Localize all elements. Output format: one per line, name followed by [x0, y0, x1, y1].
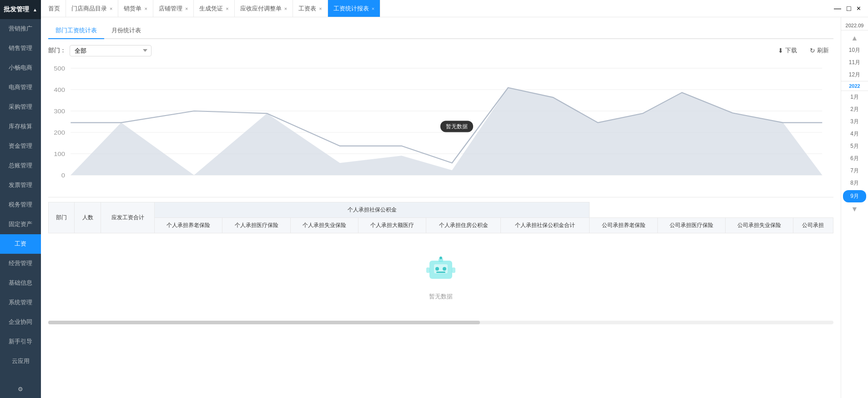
timeline-item-6月[interactable]: 6月: [841, 152, 868, 165]
tab-close-receivable[interactable]: ×: [284, 6, 287, 11]
sidebar-item-gongzi[interactable]: 工资: [0, 234, 41, 254]
sidebar-item-zhongzhang[interactable]: 总账管理: [0, 156, 41, 176]
sidebar-item-guding[interactable]: 固定资产: [0, 215, 41, 234]
dept-filter-select[interactable]: 全部 财务部 销售部 运营部: [70, 45, 151, 56]
timeline-item-1月[interactable]: 1月: [841, 91, 868, 103]
tab-store_catalog[interactable]: 门店商品目录×: [66, 0, 118, 17]
sub-tabs: 部门工资统计表月份统计表: [48, 23, 833, 39]
download-button[interactable]: ⬇ 下载: [773, 45, 802, 56]
sidebar-item-jingying[interactable]: 经营管理: [0, 254, 41, 273]
timeline-item-2月[interactable]: 2月: [841, 103, 868, 116]
table-area[interactable]: 部门人数应发工资合计个人承担社保公积金 个人承担养老保险个人承担医疗保险个人承担…: [48, 202, 833, 393]
empty-icon: [423, 252, 459, 288]
table-scrollbar-thumb[interactable]: [48, 321, 480, 324]
svg-rect-21: [452, 267, 455, 273]
sidebar-item-yunyong[interactable]: 云应用: [0, 352, 41, 371]
table-scrollbar[interactable]: [48, 321, 833, 324]
empty-state: 暂无数据: [48, 233, 833, 319]
sub-tab-dept_stats[interactable]: 部门工资统计表: [48, 23, 104, 39]
tab-label-store_catalog: 门店商品目录: [71, 5, 107, 13]
tab-receivable[interactable]: 应收应付调整单×: [235, 0, 293, 17]
empty-text: 暂无数据: [429, 292, 453, 301]
maximize-icon[interactable]: □: [845, 5, 853, 13]
svg-text:200: 200: [54, 129, 65, 136]
table-header-sub-item: 公司承担医疗保险: [657, 218, 725, 233]
tab-bar: 首页门店商品目录×销货单×店铺管理×生成凭证×应收应付调整单×工资表×工资统计报…: [41, 0, 868, 17]
sidebar-item-xitong[interactable]: 系统管理: [0, 293, 41, 312]
tab-salary_report[interactable]: 工资统计报表×: [328, 0, 380, 17]
timeline-item-9月[interactable]: 9月: [843, 190, 866, 202]
close-window-icon[interactable]: ×: [855, 5, 863, 13]
table-header-sub-item: 个人承担养老保险: [155, 218, 222, 233]
dept-filter-label: 部门：: [48, 46, 66, 55]
timeline-item-3月[interactable]: 3月: [841, 116, 868, 128]
tab-close-sales_order[interactable]: ×: [144, 6, 147, 11]
timeline-item-7月[interactable]: 7月: [841, 165, 868, 177]
tab-close-salary_table[interactable]: ×: [319, 6, 322, 11]
tab-label-voucher: 生成凭证: [199, 5, 223, 13]
timeline-item-11月[interactable]: 11月: [841, 56, 868, 69]
filter-row: 部门： 全部 财务部 销售部 运营部: [48, 45, 151, 56]
table-header-fixed: 部门: [49, 202, 75, 233]
sub-tab-month_stats[interactable]: 月份统计表: [104, 23, 148, 39]
sidebar-item-xinshou[interactable]: 新手引导: [0, 332, 41, 352]
table-header-sub-item: 公司承担: [793, 218, 833, 233]
tab-home[interactable]: 首页: [43, 0, 66, 17]
settings-button[interactable]: ⚙: [0, 380, 41, 398]
tab-close-salary_report[interactable]: ×: [372, 6, 374, 11]
tab-close-store_mgmt[interactable]: ×: [185, 6, 188, 11]
tab-store_mgmt[interactable]: 店铺管理×: [153, 0, 194, 17]
tab-salary_table[interactable]: 工资表×: [293, 0, 328, 17]
svg-text:100: 100: [54, 151, 65, 157]
svg-text:300: 300: [54, 108, 65, 115]
chart-tooltip: 暂无数据: [440, 121, 473, 132]
timeline-panel: 2022.09 ▲ 10月11月12月20221月2月3月4月5月6月7月8月9…: [841, 17, 868, 398]
timeline-item-5月[interactable]: 5月: [841, 140, 868, 152]
sidebar-item-fapiao[interactable]: 发票管理: [0, 176, 41, 195]
refresh-button[interactable]: ↻ 刷新: [805, 45, 833, 56]
sidebar-item-xiaodian[interactable]: 小畅电商: [0, 58, 41, 78]
refresh-icon: ↻: [810, 47, 815, 54]
svg-point-15: [435, 267, 439, 271]
tab-label-store_mgmt: 店铺管理: [159, 5, 182, 13]
tab-label-receivable: 应收应付调整单: [240, 5, 282, 13]
timeline-down-nav[interactable]: ▼: [849, 203, 860, 215]
download-icon: ⬇: [778, 47, 783, 54]
timeline-item-8月[interactable]: 8月: [841, 177, 868, 189]
table-header-sub-item: 公司承担养老保险: [590, 218, 657, 233]
sidebar-item-zijin[interactable]: 资金管理: [0, 136, 41, 156]
tab-label-home: 首页: [48, 5, 60, 13]
tab-voucher[interactable]: 生成凭证×: [194, 0, 234, 17]
sidebar-item-shuiwu[interactable]: 税务管理: [0, 195, 41, 215]
minimize-icon[interactable]: —: [832, 5, 843, 13]
sidebar-item-caigou[interactable]: 采购管理: [0, 97, 41, 117]
table-header-sub-item: 个人承担大额医疗: [358, 218, 426, 233]
sidebar-item-kucun[interactable]: 库存核算: [0, 117, 41, 136]
timeline-year: 2022: [841, 81, 868, 91]
svg-rect-20: [426, 267, 430, 273]
sidebar: 批发管理 ▲ 营销推广销售管理小畅电商电商管理采购管理库存核算资金管理总账管理发…: [0, 0, 41, 398]
timeline-item-4月[interactable]: 4月: [841, 128, 868, 140]
sidebar-item-qiye[interactable]: 企业协同: [0, 312, 41, 332]
timeline-current-label: 2022.09: [841, 21, 868, 30]
sidebar-header[interactable]: 批发管理 ▲: [0, 0, 41, 19]
download-label: 下载: [785, 46, 797, 55]
table-header-fixed: 应发工资合计: [101, 202, 155, 233]
sidebar-item-dianshang[interactable]: 电商管理: [0, 78, 41, 97]
sidebar-item-yingxiao[interactable]: 营销推广: [0, 19, 41, 39]
tab-label-salary_table: 工资表: [298, 5, 316, 13]
table-header-sub-item: 个人承担医疗保险: [222, 218, 290, 233]
tab-label-sales_order: 销货单: [124, 5, 141, 13]
timeline-item-10月[interactable]: 10月: [841, 44, 868, 56]
tab-label-salary_report: 工资统计报表: [333, 5, 369, 13]
tab-sales_order[interactable]: 销货单×: [118, 0, 153, 17]
table-header-sub-item: 公司承担失业保险: [725, 218, 793, 233]
sidebar-item-xiaoshou[interactable]: 销售管理: [0, 39, 41, 58]
tab-close-store_catalog[interactable]: ×: [110, 6, 112, 11]
svg-point-16: [443, 267, 446, 271]
timeline-up-nav[interactable]: ▲: [849, 32, 860, 44]
svg-text:500: 500: [54, 65, 65, 72]
tab-close-voucher[interactable]: ×: [226, 6, 228, 11]
sidebar-item-jichu[interactable]: 基础信息: [0, 273, 41, 293]
timeline-item-12月[interactable]: 12月: [841, 69, 868, 81]
